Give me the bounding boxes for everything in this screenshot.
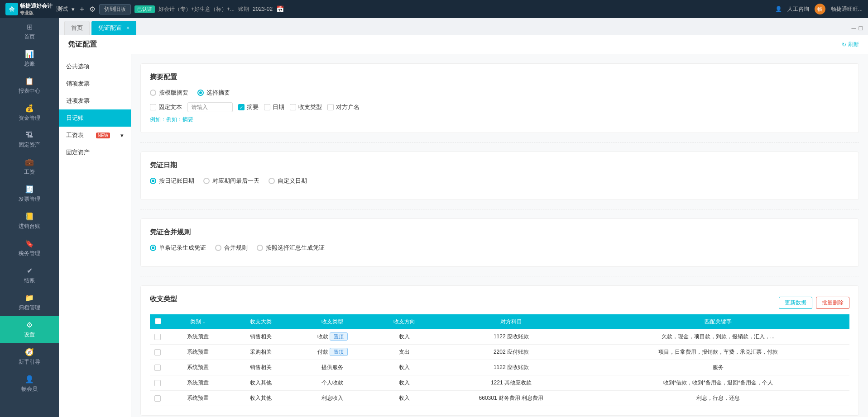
col-direction: 收支方向 [373,314,436,329]
tab-close-icon[interactable]: × [126,24,130,31]
sidebar-item-sales[interactable]: 📒 进销台账 [0,208,59,235]
left-menu-salary[interactable]: 工资表 NEW ▾ [59,127,131,144]
sidebar-item-close[interactable]: ✔ 结账 [0,262,59,289]
window-maximize-btn[interactable]: □ [859,24,863,32]
row-checkbox-5[interactable] [154,395,161,402]
left-menu-fixed-assets[interactable]: 固定资产 [59,144,131,161]
checkbox-income-type[interactable]: 收支类型 [290,103,322,111]
sidebar-item-home[interactable]: ⊞ 首页 [0,18,59,45]
summary-radio-group: 按模版摘要 选择摘要 [150,89,849,97]
module-name[interactable]: 测试 [56,5,68,13]
sidebar-item-member[interactable]: 👤 畅会员 [0,370,59,398]
sidebar-item-reports[interactable]: 📋 报表中心 [0,72,59,100]
summary-title: 摘要配置 [150,73,849,81]
sidebar-item-archive[interactable]: 📁 归档管理 [0,289,59,316]
invoice-icon: 🧾 [25,185,34,194]
sales-icon: 📒 [25,212,34,221]
col-subject: 对方科目 [436,314,587,329]
main-layout: ⊞ 首页 📊 总账 📋 报表中心 💰 资金管理 🏗 固定资产 💼 工资 🧾 发票… [0,18,868,417]
col-keywords: 匹配关键字 [586,314,849,329]
income-expense-table: 类别 ↓ 收支大类 收支类型 收支方向 对方科目 匹配关键字 [150,314,849,406]
tab-home[interactable]: 首页 [64,21,90,35]
topbar-right: 👤 人工咨询 畅 畅捷通旺旺... [775,4,863,14]
settings-sidebar-icon: ⚙ [26,321,33,329]
radio-aggregate[interactable]: 按照选择汇总生成凭证 [257,244,325,252]
sidebar-label-close: 结账 [24,277,35,284]
add-btn[interactable]: ＋ [78,5,86,14]
refresh-icon: ↻ [842,42,846,48]
chevron-down-icon: ▾ [120,132,124,139]
sidebar-item-funds[interactable]: 💰 资金管理 [0,100,59,127]
settings-icon[interactable]: ⚙ [89,5,96,14]
radio-last-day[interactable]: 对应期间最后一天 [203,177,259,185]
left-menu-sales-invoice[interactable]: 销项发票 [59,75,131,92]
left-menu-public[interactable]: 公共选项 [59,58,131,75]
sidebar-item-salary[interactable]: 💼 工资 [0,153,59,180]
table-actions: 更新数据 批量删除 [779,297,849,309]
sidebar-label-ledger: 总账 [24,60,35,68]
radio-merge-rule[interactable]: 合并规则 [215,244,248,252]
sidebar-label-assets: 固定资产 [19,141,40,149]
date-section: 凭证日期 按日记账日期 对应期间最后一天 [140,152,859,200]
sidebar-item-invoice[interactable]: 🧾 发票管理 [0,180,59,208]
left-menu-journal[interactable]: 日记账 [59,109,131,127]
topbar: 会 畅捷通好会计 专业版 测试 ▾ ＋ ⚙ 切到旧版 已认证 好会计（专）+好生… [0,0,868,18]
top-tag-2: 置顶 [330,348,348,356]
date-title: 凭证日期 [150,161,849,170]
inner-layout: 公共选项 销项发票 进项发票 日记账 工资表 NEW ▾ [59,54,868,417]
sidebar-label-salary: 工资 [24,168,35,176]
row-checkbox-2[interactable] [154,349,161,355]
funds-icon: 💰 [25,104,34,113]
row-checkbox-1[interactable] [154,334,161,340]
switch-version-btn[interactable]: 切到旧版 [99,4,131,14]
calendar-icon: 📅 [276,5,284,13]
refresh-btn[interactable]: ↻ 刷新 [842,41,859,48]
radio-template-summary[interactable]: 按模版摘要 [150,89,188,97]
ledger-icon: 📊 [25,50,34,58]
radio-choose-summary[interactable]: 选择摘要 [197,89,230,97]
sidebar-item-tax[interactable]: 🔖 税务管理 [0,235,59,262]
table-row: 系统预置 收入其他 个人收款 收入 1221 其他应收款 收到*借款，收到*备用… [150,375,849,391]
tab-voucher-config[interactable]: 凭证配置 × [91,21,136,35]
left-menu-purchase-invoice[interactable]: 进项发票 [59,92,131,109]
row-checkbox-4[interactable] [154,380,161,386]
sidebar-item-assets[interactable]: 🏗 固定资产 [0,127,59,153]
checkbox-summary[interactable]: ✓ 摘要 [238,103,259,111]
consult-label[interactable]: 人工咨询 [787,5,809,13]
close-period-icon: ✔ [27,266,33,275]
update-data-btn[interactable]: 更新数据 [779,297,812,309]
radio-circle-template [150,90,156,96]
consult-icon: 👤 [775,6,782,12]
sidebar-label-reports: 报表中心 [19,87,40,95]
checkbox-box-summary: ✓ [238,104,245,110]
period-label: 账期 [238,5,249,13]
user-name[interactable]: 畅捷通旺旺... [831,5,863,13]
merge-title: 凭证合并规则 [150,228,849,237]
sidebar-item-ledger[interactable]: 📊 总账 [0,45,59,72]
window-minimize-btn[interactable]: ─ [852,24,856,32]
assets-icon: 🏗 [26,131,33,139]
fixed-text-input[interactable] [187,102,233,112]
tax-icon: 🔖 [25,239,34,248]
logo-icon: 会 [5,3,18,15]
sidebar-label-funds: 资金管理 [19,114,40,122]
radio-single-record[interactable]: 单条记录生成凭证 [150,244,206,252]
module-dropdown-icon[interactable]: ▾ [72,6,75,13]
new-badge: NEW [96,133,110,138]
col-major: 收支大类 [229,314,292,329]
checkbox-counterpart-name[interactable]: 对方户名 [327,103,360,111]
sidebar-label-home: 首页 [24,33,35,41]
income-expense-section: 收支类型 更新数据 批量删除 [140,285,859,416]
row-checkbox-3[interactable] [154,365,161,371]
batch-delete-btn[interactable]: 批量删除 [816,297,849,309]
checkbox-date[interactable]: 日期 [264,103,284,111]
sidebar-item-settings[interactable]: ⚙ 设置 [0,316,59,343]
checkbox-fixed-text[interactable]: 固定文本 [150,103,182,111]
radio-journal-date[interactable]: 按日记账日期 [150,177,194,185]
select-all-checkbox[interactable] [155,318,161,324]
radio-custom-date[interactable]: 自定义日期 [269,177,307,185]
sidebar-item-guide[interactable]: 🧭 新手引导 [0,343,59,370]
right-content: 摘要配置 按模版摘要 选择摘要 [131,54,868,417]
app-sub: 专业版 [20,10,53,16]
user-avatar[interactable]: 畅 [815,4,825,14]
